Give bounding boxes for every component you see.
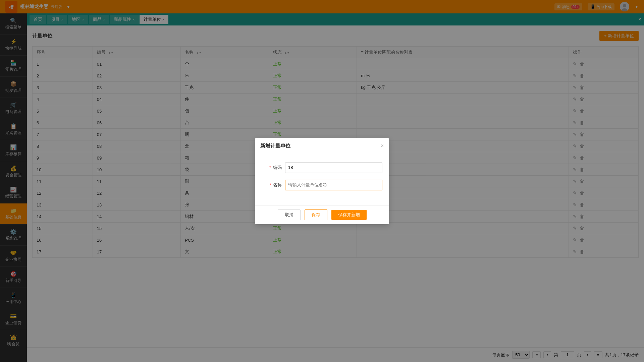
- code-input[interactable]: [285, 162, 382, 173]
- required-mark-name: *: [269, 182, 271, 187]
- modal-close-button[interactable]: ×: [381, 143, 384, 149]
- save-and-new-button[interactable]: 保存并新增: [331, 210, 367, 220]
- code-label: * 编码: [262, 165, 282, 171]
- modal-footer: 取消 保存 保存并新增: [255, 205, 389, 224]
- name-label: * 名称: [262, 182, 282, 188]
- add-measure-unit-modal: 新增计量单位 × * 编码 * 名称 取消 保存 保存并新增: [255, 138, 389, 224]
- modal-body: * 编码 * 名称: [255, 154, 389, 205]
- save-button[interactable]: 保存: [305, 209, 327, 220]
- modal-title: 新增计量单位: [260, 143, 290, 149]
- code-label-text: 编码: [273, 165, 282, 170]
- form-row-code: * 编码: [262, 162, 382, 173]
- cancel-button[interactable]: 取消: [278, 209, 301, 220]
- name-input[interactable]: [285, 180, 382, 190]
- name-label-text: 名称: [273, 182, 282, 187]
- form-row-name: * 名称: [262, 180, 382, 190]
- modal-overlay: 新增计量单位 × * 编码 * 名称 取消 保存 保存并新增: [0, 0, 644, 362]
- required-mark-code: *: [269, 165, 271, 170]
- modal-header: 新增计量单位 ×: [255, 138, 389, 154]
